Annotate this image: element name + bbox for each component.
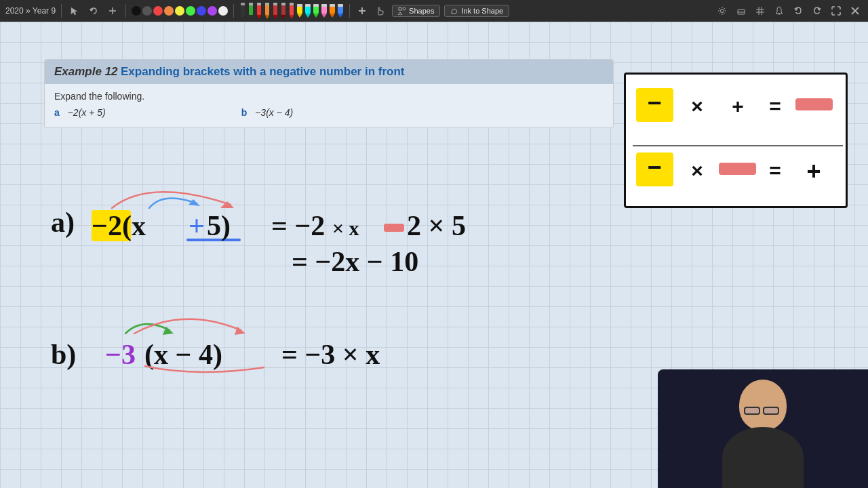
- highlighter-orange[interactable]: [329, 3, 336, 19]
- color-green[interactable]: [186, 6, 195, 16]
- color-white[interactable]: [218, 6, 228, 16]
- svg-text:−2(x: −2(x: [92, 210, 146, 242]
- pen-7[interactable]: [288, 3, 295, 19]
- canvas: Example 12 Expanding brackets with a neg…: [0, 22, 868, 488]
- svg-marker-33: [321, 14, 327, 18]
- svg-marker-12: [265, 15, 269, 19]
- svg-rect-34: [321, 4, 327, 7]
- bell-icon: [774, 6, 784, 16]
- svg-rect-10: [257, 3, 261, 5]
- svg-rect-25: [297, 4, 302, 7]
- example-box: Example 12 Expanding brackets with a neg…: [44, 59, 614, 128]
- select-tool[interactable]: [67, 5, 82, 17]
- problems: a −2(x + 5) b −3(x − 4): [54, 107, 604, 118]
- color-black[interactable]: [132, 6, 141, 16]
- svg-rect-58: [795, 98, 833, 110]
- sign-rule-svg: − × + = − × = +: [626, 75, 850, 210]
- svg-text:−: −: [647, 153, 661, 181]
- cursor-icon: [70, 6, 79, 16]
- svg-text:×: ×: [691, 95, 703, 117]
- toolbar-divider-4: [349, 4, 350, 18]
- hand-tool[interactable]: [373, 5, 388, 17]
- fullscreen-button[interactable]: [829, 5, 844, 17]
- redo-button[interactable]: [810, 5, 825, 17]
- svg-text:=: =: [769, 159, 781, 182]
- highlighter-blue[interactable]: [337, 3, 344, 19]
- fullscreen-icon: [831, 6, 841, 16]
- pen-5[interactable]: [272, 3, 279, 19]
- svg-text:(x − 4): (x − 4): [144, 339, 222, 371]
- svg-rect-74: [384, 224, 404, 232]
- color-yellow[interactable]: [175, 6, 184, 16]
- svg-marker-9: [257, 15, 261, 19]
- example-title: Expanding brackets with a negative numbe…: [121, 65, 404, 78]
- undo-btn-icon: [793, 6, 803, 16]
- svg-marker-36: [330, 14, 335, 18]
- svg-marker-30: [313, 14, 319, 18]
- svg-marker-83: [163, 327, 174, 335]
- shapes-button[interactable]: Shapes: [392, 5, 440, 17]
- svg-rect-70: [186, 239, 241, 241]
- svg-marker-84: [235, 327, 245, 335]
- svg-text:= −3 × x: = −3 × x: [281, 339, 380, 370]
- example-body: Expand the following. a −2(x + 5) b −3(x…: [45, 84, 613, 127]
- problem-b: b −3(x − 4): [241, 107, 293, 118]
- svg-point-46: [721, 9, 724, 13]
- highlighter-green[interactable]: [313, 3, 319, 19]
- svg-rect-7: [249, 3, 253, 5]
- pen-4[interactable]: [264, 3, 271, 19]
- color-red[interactable]: [153, 6, 163, 16]
- svg-point-44: [403, 7, 406, 10]
- color-purple[interactable]: [208, 6, 217, 16]
- pen-3[interactable]: [256, 3, 262, 19]
- close-button[interactable]: [848, 5, 863, 17]
- highlighter-pink[interactable]: [321, 3, 328, 19]
- close-icon: [850, 6, 860, 16]
- svg-text:×: ×: [691, 159, 703, 182]
- highlighter-yellow[interactable]: [296, 3, 303, 19]
- color-gray[interactable]: [142, 6, 152, 16]
- svg-marker-3: [241, 15, 245, 19]
- hand-icon: [376, 6, 385, 16]
- svg-marker-6: [249, 15, 253, 19]
- pen-1[interactable]: [239, 3, 246, 19]
- prob-b-label: b: [241, 107, 248, 118]
- svg-rect-31: [313, 4, 319, 7]
- pen-2[interactable]: [248, 3, 254, 19]
- example-number: Example 12: [54, 65, 118, 78]
- svg-rect-43: [399, 7, 401, 10]
- svg-text:5): 5): [207, 210, 231, 242]
- breadcrumb: 2020 » Year 9: [5, 6, 56, 16]
- svg-rect-40: [338, 4, 343, 7]
- undo-icon: [89, 6, 98, 16]
- undo-redo-tool[interactable]: [86, 5, 101, 17]
- bell-icon-btn[interactable]: [772, 5, 787, 17]
- settings-tool[interactable]: [715, 5, 730, 17]
- grid-tool[interactable]: [753, 5, 768, 17]
- prob-a-label: a: [54, 107, 60, 118]
- ink-to-shape-button[interactable]: Ink to Shape: [444, 5, 509, 17]
- add-tool[interactable]: [105, 5, 120, 17]
- toolbar-divider-1: [61, 4, 62, 18]
- svg-text:−3: −3: [105, 339, 136, 370]
- color-blue[interactable]: [197, 6, 206, 16]
- undo-button[interactable]: [791, 5, 806, 17]
- svg-marker-27: [305, 14, 311, 18]
- webcam-overlay: [658, 369, 868, 488]
- example-header: Example 12 Expanding brackets with a neg…: [45, 60, 613, 84]
- color-orange[interactable]: [164, 6, 174, 16]
- svg-rect-19: [281, 3, 285, 5]
- eraser-tool[interactable]: [734, 5, 749, 17]
- eraser-icon: [736, 6, 746, 16]
- pen-6[interactable]: [280, 3, 287, 19]
- svg-rect-4: [241, 3, 245, 5]
- svg-marker-18: [281, 15, 285, 19]
- plus-button[interactable]: [355, 5, 369, 16]
- ink-to-shape-icon: [450, 7, 458, 15]
- redo-btn-icon: [812, 6, 822, 16]
- svg-text:2 × 5: 2 × 5: [407, 210, 466, 241]
- svg-rect-37: [330, 4, 335, 7]
- svg-marker-45: [398, 12, 402, 15]
- toolbar-divider-2: [125, 4, 126, 18]
- highlighter-cyan[interactable]: [304, 3, 311, 19]
